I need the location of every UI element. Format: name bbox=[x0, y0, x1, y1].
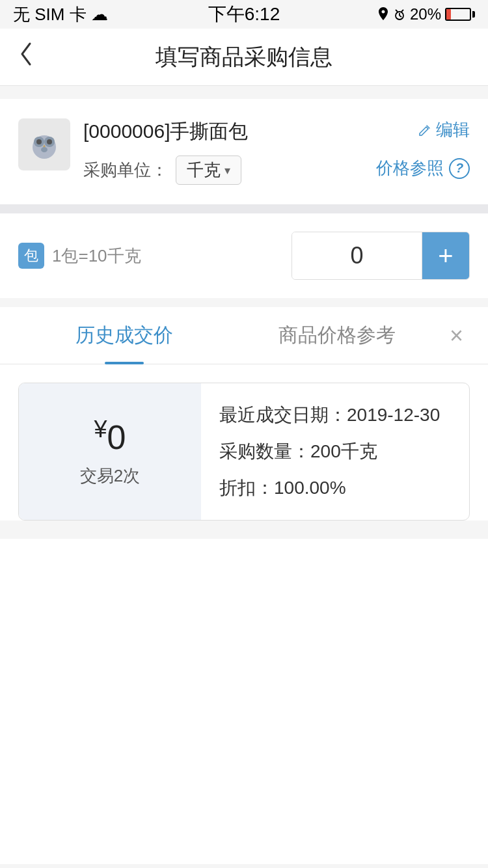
unit-badge: 包 bbox=[18, 243, 44, 269]
tab-price-reference[interactable]: 商品价格参考 bbox=[230, 307, 442, 364]
dropdown-arrow-icon: ▾ bbox=[224, 163, 230, 178]
svg-point-8 bbox=[36, 139, 42, 144]
product-name: [0000006]手撕面包 bbox=[83, 118, 248, 145]
section-divider bbox=[0, 204, 488, 213]
tabs-header: 历史成交价 商品价格参考 × bbox=[0, 307, 488, 364]
history-price-panel: ¥0 交易2次 bbox=[19, 383, 201, 520]
page-title: 填写商品采购信息 bbox=[156, 42, 332, 72]
alarm-icon bbox=[393, 7, 406, 21]
tab-history-price[interactable]: 历史成交价 bbox=[18, 307, 230, 364]
owl-icon bbox=[25, 125, 64, 164]
battery-percent: 20% bbox=[410, 5, 441, 23]
quantity-input[interactable] bbox=[292, 232, 422, 279]
unit-select[interactable]: 千克 ▾ bbox=[176, 156, 241, 185]
info-icon: ? bbox=[449, 158, 470, 179]
history-transactions: 交易2次 bbox=[80, 465, 140, 487]
currency-symbol: ¥ bbox=[94, 416, 107, 442]
history-card: ¥0 交易2次 最近成交日期：2019-12-30 采购数量：200千克 折扣：… bbox=[18, 383, 470, 521]
recent-date-row: 最近成交日期：2019-12-30 bbox=[219, 403, 451, 427]
unit-label: 采购单位： bbox=[83, 159, 168, 182]
history-details-panel: 最近成交日期：2019-12-30 采购数量：200千克 折扣：100.00% bbox=[201, 383, 469, 520]
status-carrier: 无 SIM 卡 ☁ bbox=[13, 3, 108, 26]
quantity-increment-button[interactable]: + bbox=[422, 232, 469, 279]
svg-line-2 bbox=[400, 16, 401, 17]
svg-line-3 bbox=[396, 10, 398, 12]
battery-indicator bbox=[445, 8, 475, 21]
quantity-control: + bbox=[291, 232, 470, 280]
price-reference-button[interactable]: 价格参照 ? bbox=[376, 157, 470, 180]
page-rest bbox=[0, 539, 488, 864]
edit-icon bbox=[418, 123, 432, 137]
status-right: 20% bbox=[377, 5, 475, 23]
svg-point-9 bbox=[47, 139, 52, 144]
status-bar: 无 SIM 卡 ☁ 下午6:12 20% bbox=[0, 0, 488, 29]
back-button[interactable] bbox=[18, 41, 34, 73]
svg-line-4 bbox=[401, 10, 403, 12]
svg-point-10 bbox=[41, 147, 47, 152]
status-time: 下午6:12 bbox=[208, 2, 280, 27]
quantity-row: 包 1包=10千克 + bbox=[0, 213, 488, 298]
edit-button[interactable]: 编辑 bbox=[418, 118, 470, 141]
location-icon bbox=[377, 7, 389, 21]
unit-description: 1包=10千克 bbox=[52, 245, 141, 267]
navigation-bar: 填写商品采购信息 bbox=[0, 29, 488, 86]
product-card: [0000006]手撕面包 采购单位： 千克 ▾ 编辑 价格参照 bbox=[0, 99, 488, 204]
history-price-value: ¥0 bbox=[94, 416, 126, 457]
tabs-section: 历史成交价 商品价格参考 × ¥0 交易2次 最近成交日期：2019-12-30… bbox=[0, 307, 488, 521]
product-thumbnail bbox=[18, 118, 70, 170]
discount-row: 折扣：100.00% bbox=[219, 476, 451, 500]
tabs-close-button[interactable]: × bbox=[443, 316, 470, 356]
purchase-quantity-row: 采购数量：200千克 bbox=[219, 439, 451, 464]
